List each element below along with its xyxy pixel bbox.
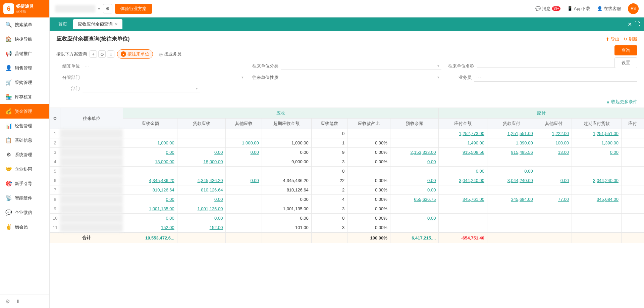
loan-payable-cell[interactable]: 1,251,551.00 — [487, 129, 536, 138]
tab-receivable[interactable]: 应收应付余额查询 ✕ — [73, 19, 122, 29]
refresh-button[interactable]: ↻ 刷新 — [624, 36, 637, 42]
settings-icon[interactable]: ⚙ — [5, 298, 10, 305]
online-service-button[interactable]: 👤 在线客服 — [597, 6, 621, 12]
sidebar-item-sales[interactable]: 👤 销售管理 — [0, 61, 49, 75]
overdue-payable-cell[interactable]: 345,684.00 — [572, 195, 622, 204]
loan-receivable-cell[interactable]: 4,345,436.20 — [177, 176, 226, 185]
payable-amt-cell[interactable]: 1,490.00 — [439, 138, 487, 148]
window-maximize-icon[interactable]: ⛶ — [635, 21, 640, 28]
settlement-unit-input[interactable]: ··· — [83, 62, 246, 70]
payable-amt-cell[interactable]: 345,761.00 — [439, 195, 487, 204]
filter-group-salesperson[interactable]: ◎ 按业务员 — [156, 50, 185, 58]
sidebar-item-cooperation[interactable]: 🤝 企业协同 — [0, 162, 49, 176]
loan-payable-cell[interactable]: 3,044,240.00 — [487, 176, 536, 185]
query-button[interactable]: 查询 — [614, 45, 637, 55]
sidebar-item-quick-nav[interactable]: 🏠 快捷导航 — [0, 32, 49, 46]
pause-icon[interactable]: ⏸ — [15, 299, 21, 305]
window-close-icon[interactable]: ✕ — [628, 21, 632, 28]
salesperson-input[interactable]: ··· — [474, 74, 637, 82]
partner-nature-select[interactable]: ▾ — [281, 74, 441, 81]
tab-close-icon[interactable]: ✕ — [115, 22, 118, 27]
footer-prepayment[interactable]: 6,417,215.... — [390, 232, 439, 243]
prepayment-cell[interactable]: 0.00 — [390, 176, 439, 185]
prepayment-cell[interactable]: 0.00 — [390, 157, 439, 167]
notifications-button[interactable]: 💬 消息 99+ — [535, 6, 560, 12]
table-settings-header[interactable]: ⚙ — [50, 108, 60, 129]
department-select[interactable]: ▾ — [83, 85, 200, 92]
payable-amt-cell[interactable]: 1,252,773.00 — [439, 129, 487, 138]
receivable-amt-cell[interactable]: 1,000.00 — [123, 138, 177, 148]
footer-receivable-amt[interactable]: 19,553,472,6... — [123, 232, 177, 243]
partner-name-input[interactable] — [477, 65, 637, 68]
receivable-amt-cell[interactable]: 0.00 — [123, 195, 177, 204]
receivable-amt-cell[interactable]: 4,345,436.20 — [123, 176, 177, 185]
other-receivable-cell[interactable]: 1,000.00 — [226, 138, 262, 148]
payable-amt-cell[interactable]: 0.00 — [439, 167, 487, 176]
receivable-amt-cell[interactable]: 152.00 — [123, 223, 177, 233]
overdue-payable-cell[interactable]: 3,044,240.00 — [572, 176, 622, 185]
settings-button[interactable]: 设置 — [614, 57, 637, 68]
prepayment-cell[interactable]: 0.00 — [390, 214, 439, 223]
prepayment-cell[interactable]: 0.00 — [390, 185, 439, 195]
tab-home[interactable]: 首页 — [54, 19, 72, 29]
loan-receivable-cell[interactable]: 0.00 — [177, 148, 226, 157]
receivable-amt-cell[interactable]: 18,000.00 — [123, 157, 177, 167]
receivable-amt-cell[interactable]: 810,126.64 — [123, 185, 177, 195]
sidebar-item-guide[interactable]: 🎯 新手引导 — [0, 176, 49, 191]
loan-receivable-cell[interactable]: 0.00 — [177, 214, 226, 223]
loan-payable-cell[interactable]: 1,390.00 — [487, 138, 536, 148]
loan-payable-cell[interactable]: 345,684.00 — [487, 195, 536, 204]
loan-receivable-cell[interactable]: 152.00 — [177, 223, 226, 233]
partner-cell: P — [60, 195, 123, 204]
user-avatar[interactable]: Rit — [628, 3, 639, 14]
sidebar-item-system[interactable]: ⚙ 系统管理 — [0, 147, 49, 162]
sidebar-item-operation[interactable]: 📊 经营管理 — [0, 119, 49, 133]
sidebar-item-hardware[interactable]: 📡 智能硬件 — [0, 191, 49, 205]
prepayment-cell[interactable]: 2,153,333.00 — [390, 148, 439, 157]
sidebar-item-marketing[interactable]: 📢 营销推广 — [0, 46, 49, 61]
gear-button[interactable]: ⚙ — [103, 4, 112, 13]
overdue-payable-cell[interactable]: 1,390.00 — [572, 138, 622, 148]
export-button[interactable]: ⬆ 导出 — [606, 36, 620, 42]
filter-group-partner[interactable]: ● 按往来单位 — [117, 49, 153, 59]
receivable-amt-cell[interactable]: 0.00 — [123, 214, 177, 223]
loan-payable-cell[interactable]: 915,495.56 — [487, 148, 536, 157]
receivable-amt-cell[interactable]: 1,001,135.00 — [123, 204, 177, 214]
loan-receivable-cell[interactable]: 810,126.64 — [177, 185, 226, 195]
sidebar-item-search-menu[interactable]: 🔍 搜索菜单 — [0, 17, 49, 32]
sidebar-item-member[interactable]: ✌ 畅会员 — [0, 220, 49, 234]
loan-receivable-cell — [177, 129, 226, 138]
other-receivable-cell[interactable]: 0.00 — [226, 176, 262, 185]
loan-receivable-cell[interactable]: 18,000.00 — [177, 157, 226, 167]
payable-amt-cell[interactable]: 915,508.56 — [439, 148, 487, 157]
dept-manager-select[interactable]: ▾ — [83, 74, 246, 81]
overdue-payable-cell[interactable]: 1,251,551.00 — [572, 129, 622, 138]
solution-button[interactable]: 体验行业方案 — [115, 4, 152, 14]
other-payable-cell[interactable]: 13.00 — [536, 148, 572, 157]
other-payable-cell[interactable]: 0.00 — [536, 176, 572, 185]
overdue-payable-cell[interactable]: 0.00 — [572, 148, 622, 157]
loan-receivable-cell[interactable]: 0.00 — [177, 195, 226, 204]
other-receivable-cell[interactable]: 0.00 — [226, 148, 262, 157]
other-receivable-cell — [226, 185, 262, 195]
sidebar-item-finance[interactable]: 💰 资金管理 — [0, 104, 49, 119]
sidebar-item-inventory[interactable]: 🏪 库存核算 — [0, 90, 49, 104]
other-payable-cell[interactable]: 1,222.00 — [536, 129, 572, 138]
sidebar-item-basic[interactable]: 📋 基础信息 — [0, 133, 49, 147]
app-download-button[interactable]: 📱 App下载 — [567, 6, 590, 12]
other-payable-cell[interactable]: 77.00 — [536, 195, 572, 204]
filter-salesperson: 业务员 ··· — [448, 74, 637, 82]
sidebar-item-wechat[interactable]: 💬 企业微信 — [0, 205, 49, 220]
loan-receivable-cell[interactable]: 1,001,135.00 — [177, 204, 226, 214]
sidebar-item-purchase[interactable]: 🛒 采购管理 — [0, 75, 49, 90]
collapse-filter-button[interactable]: « — [107, 50, 114, 58]
target-filter-button[interactable]: ⊙ — [98, 50, 106, 58]
collapse-more-conditions-button[interactable]: ∧ 收起更多条件 — [50, 96, 644, 108]
payable-amt-cell[interactable]: 3,044,240.00 — [439, 176, 487, 185]
receivable-amt-cell[interactable]: 0.00 — [123, 148, 177, 157]
partner-category-select[interactable]: ▾ — [281, 62, 441, 70]
add-filter-button[interactable]: + — [90, 50, 97, 58]
loan-payable-cell[interactable]: 0.00 — [487, 167, 536, 176]
other-payable-cell[interactable]: 100.00 — [536, 138, 572, 148]
prepayment-cell[interactable]: 655,636.75 — [390, 195, 439, 204]
